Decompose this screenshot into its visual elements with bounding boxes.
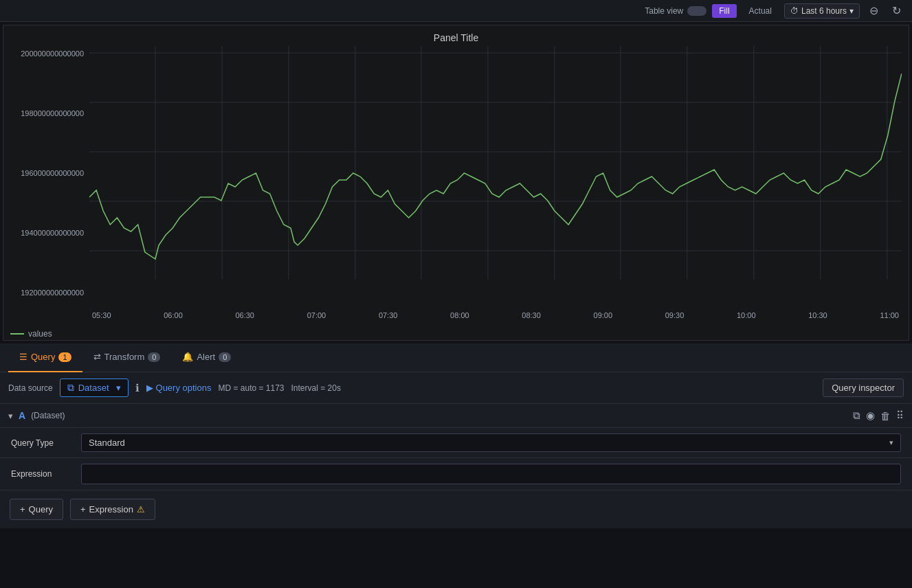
query-header-actions: ⧉ ◉ 🗑 ⠿ <box>853 409 904 422</box>
time-range-button[interactable]: ⏱ Last 6 hours ▾ <box>784 3 860 19</box>
table-view-pill[interactable] <box>687 6 707 16</box>
query-options-bar: Data source ⧉ Dataset ▾ ℹ ▶ Query option… <box>0 372 912 404</box>
x-label-0800: 08:00 <box>450 311 469 319</box>
zoom-out-button[interactable]: ⊖ <box>865 3 882 19</box>
add-query-label: Query <box>29 504 53 514</box>
actual-button[interactable]: Actual <box>742 4 779 18</box>
query-tab-label: Query <box>31 352 55 362</box>
query-options-toggle[interactable]: ▶ Query options <box>146 383 212 393</box>
table-view-label: Table view <box>645 6 683 16</box>
alert-tab-badge: 0 <box>219 352 231 362</box>
drag-handle[interactable]: ⠿ <box>896 409 904 422</box>
data-source-label: Data source <box>8 383 53 393</box>
expression-label: Expression <box>11 469 73 479</box>
x-label-0530: 05:30 <box>92 311 111 319</box>
x-label-0700: 07:00 <box>307 311 326 319</box>
chart-container: Panel Title 200000000000000 198000000000… <box>3 25 909 341</box>
add-query-button[interactable]: + Query <box>10 499 63 520</box>
query-options-label: Query options <box>156 383 212 393</box>
chart-area: 200000000000000 198000000000000 19600000… <box>3 46 909 321</box>
x-label-0600: 06:00 <box>164 311 183 319</box>
datasource-name: Dataset <box>78 383 109 393</box>
query-type-label: Query Type <box>11 438 73 448</box>
tab-transform[interactable]: ⇄ Transform 0 <box>82 343 172 372</box>
datasource-chevron-icon: ▾ <box>116 383 121 393</box>
time-range-label: Last 6 hours <box>801 6 847 16</box>
y-label-2: 198000000000000 <box>3 109 84 117</box>
chart-legend: values <box>10 329 52 339</box>
refresh-button[interactable]: ↻ <box>888 3 905 19</box>
transform-tab-badge: 0 <box>148 352 160 362</box>
expression-input[interactable] <box>81 464 901 484</box>
add-query-icon: + <box>20 504 25 514</box>
query-tab-badge: 1 <box>58 352 71 362</box>
query-type-select[interactable]: Standard ▾ <box>81 433 901 452</box>
chevron-down-icon: ▾ <box>849 6 854 16</box>
y-label-4: 194000000000000 <box>3 229 84 237</box>
query-editor-header: ▾ A (Dataset) ⧉ ◉ 🗑 ⠿ <box>0 404 912 428</box>
tab-alert[interactable]: 🔔 Alert 0 <box>171 343 242 372</box>
add-expression-plus-icon: + <box>80 504 86 514</box>
add-expression-button[interactable]: + Expression ⚠ <box>70 499 155 520</box>
x-label-1100: 11:00 <box>880 311 899 319</box>
add-expression-label: Expression <box>89 504 133 514</box>
expression-warning-icon: ⚠ <box>137 504 145 514</box>
x-label-0830: 08:30 <box>522 311 541 319</box>
expression-row: Expression <box>0 458 912 490</box>
add-buttons-bar: + Query + Expression ⚠ <box>0 490 912 528</box>
query-id-label: A <box>19 410 25 421</box>
y-label-3: 196000000000000 <box>3 169 84 177</box>
query-type-chevron-icon: ▾ <box>889 438 893 447</box>
query-inspector-button[interactable]: Query inspector <box>823 378 904 397</box>
datasource-icon: ⧉ <box>67 382 74 394</box>
clock-icon: ⏱ <box>790 6 799 16</box>
chart-svg <box>89 46 902 300</box>
x-label-1030: 10:30 <box>808 311 827 319</box>
query-options-chevron-icon: ▶ <box>146 383 153 393</box>
query-tabs: ☰ Query 1 ⇄ Transform 0 🔔 Alert 0 <box>0 343 912 372</box>
transform-tab-label: Transform <box>104 352 145 362</box>
copy-query-button[interactable]: ⧉ <box>853 409 860 422</box>
query-editor-section: ▾ A (Dataset) ⧉ ◉ 🗑 ⠿ Query Type Standar… <box>0 404 912 490</box>
chart-title: Panel Title <box>3 25 909 46</box>
y-label-5: 192000000000000 <box>3 289 84 297</box>
query-type-value: Standard <box>89 438 125 448</box>
tab-query[interactable]: ☰ Query 1 <box>8 343 82 372</box>
fill-button[interactable]: Fill <box>712 4 736 18</box>
x-label-0930: 09:30 <box>665 311 685 319</box>
table-view-toggle[interactable]: Table view <box>645 6 707 16</box>
transform-tab-icon: ⇄ <box>93 352 101 362</box>
interval-label: Interval = 20s <box>291 383 341 393</box>
y-axis: 200000000000000 198000000000000 19600000… <box>3 46 89 300</box>
datasource-selector[interactable]: ⧉ Dataset ▾ <box>60 378 129 397</box>
top-bar: Table view Fill Actual ⏱ Last 6 hours ▾ … <box>0 0 912 22</box>
x-label-0730: 07:30 <box>379 311 398 319</box>
md-label: MD = auto = 1173 <box>218 383 284 393</box>
collapse-button[interactable]: ▾ <box>8 411 13 421</box>
y-label-1: 200000000000000 <box>3 49 84 58</box>
query-type-row: Query Type Standard ▾ <box>0 428 912 458</box>
delete-query-button[interactable]: 🗑 <box>880 409 891 422</box>
toggle-visibility-button[interactable]: ◉ <box>866 409 875 422</box>
x-axis: 05:30 06:00 06:30 07:00 07:30 08:00 08:3… <box>89 311 902 319</box>
datasource-info-button[interactable]: ℹ <box>135 382 140 394</box>
legend-line-values <box>10 333 24 335</box>
legend-label-values: values <box>28 329 52 339</box>
query-source-label: (Dataset) <box>31 411 65 420</box>
x-label-0900: 09:00 <box>594 311 613 319</box>
alert-tab-icon: 🔔 <box>182 352 193 362</box>
alert-tab-label: Alert <box>197 352 215 362</box>
x-label-0630: 06:30 <box>235 311 254 319</box>
query-tab-icon: ☰ <box>19 352 27 362</box>
x-label-1000: 10:00 <box>737 311 756 319</box>
